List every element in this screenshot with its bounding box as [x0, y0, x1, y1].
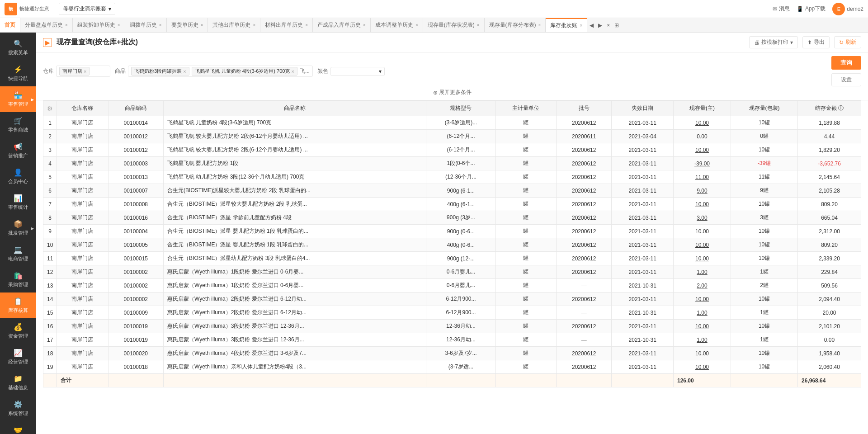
tab-nav-close[interactable]: ×	[604, 22, 612, 28]
tab-fen-pan[interactable]: 分量盘点单历史 ×	[20, 18, 73, 33]
row-batch: 20200612	[556, 360, 612, 374]
row-name: 合生元（BIOSTIME）派星幼儿配方奶粉 3段 乳球蛋白的4...	[164, 252, 426, 265]
row-qty-main[interactable]: 3.00	[673, 211, 731, 225]
row-batch: 20200612	[556, 157, 612, 170]
row-batch: 20200612	[556, 170, 612, 184]
tab-diao-bo[interactable]: 调拨单历史 ×	[125, 18, 167, 33]
col-settings[interactable]: ⚙	[43, 101, 57, 116]
product-filter[interactable]: 飞鹤奶粉3段丙罐握装 × 飞鹤星飞帆 儿童奶粉 4段(3-6岁适用) 700克 …	[128, 66, 313, 77]
row-name: 飞鹤星飞帆 幼儿配方奶粉 3段(12-36个月幼儿适用) 700克	[164, 170, 426, 184]
query-button[interactable]: 查询	[831, 56, 861, 70]
row-unit: 罐	[495, 265, 556, 279]
tag-close-icon[interactable]: ×	[291, 69, 294, 74]
tab-home[interactable]: 首页	[0, 18, 20, 33]
row-name: 飞鹤星飞帆 婴儿配方奶粉 1段	[164, 157, 426, 170]
table-row: 15南岸门店00100009惠氏启蒙（Wyeth illuma）2段奶粉 爱尔兰…	[43, 306, 861, 320]
row-qty-main[interactable]: 0.00	[673, 130, 731, 143]
sidebar-item-marketing[interactable]: 📢 营销推广	[0, 138, 36, 164]
tab-pi-ci[interactable]: 库存批次账 ×	[546, 18, 587, 33]
row-qty-main[interactable]: 2.00	[673, 279, 731, 292]
tab-xian-cun-zhuang[interactable]: 现存量(库存状况表) ×	[423, 18, 485, 33]
close-icon[interactable]: ×	[415, 23, 418, 28]
tab-chan-pin[interactable]: 产成品入库单历史 ×	[313, 18, 371, 33]
refresh-button[interactable]: ↻ 刷新	[834, 36, 861, 48]
close-icon[interactable]: ×	[118, 23, 120, 28]
row-qty-main[interactable]: 10.00	[673, 252, 731, 265]
table-row: 7南岸门店00100008合生元（BIOSTIME）派星较大婴儿配方奶粉 2段 …	[43, 198, 861, 211]
sidebar-item-finance[interactable]: 💰 资金管理	[0, 318, 36, 344]
sidebar-item-retail[interactable]: 🏪 零售管理 ▶	[0, 86, 36, 112]
row-qty-main[interactable]: 10.00	[673, 320, 731, 333]
user-area[interactable]: E demo2	[832, 3, 863, 15]
sidebar-item-purchase[interactable]: 🛍️ 采购管理	[0, 267, 36, 292]
app-download-button[interactable]: 📱 App下载	[797, 5, 826, 13]
row-qty-main[interactable]: 10.00	[673, 238, 731, 252]
tag-close-icon[interactable]: ×	[183, 69, 186, 74]
col-warehouse: 仓库名称	[57, 101, 108, 116]
sidebar-item-inventory[interactable]: 📋 库存核算	[0, 292, 36, 318]
row-qty-main[interactable]: 1.00	[673, 265, 731, 279]
sidebar-item-batch[interactable]: 📦 批发管理 ▶	[0, 215, 36, 241]
close-icon[interactable]: ×	[477, 23, 480, 28]
color-filter[interactable]: ▾	[330, 67, 385, 76]
tab-xian-cun-fen[interactable]: 现存量(库存分布表) ×	[485, 18, 546, 33]
tab-cai-liao[interactable]: 材料出库单历史 ×	[260, 18, 313, 33]
tab-chu-ku[interactable]: 其他出库单历史 ×	[208, 18, 260, 33]
tab-nav-menu[interactable]: ⊞	[612, 22, 621, 28]
tab-cheng-ben[interactable]: 成本调整单历史 ×	[371, 18, 423, 33]
row-qty-main[interactable]: -39.00	[673, 157, 731, 170]
row-warehouse: 南岸门店	[57, 292, 108, 306]
expand-conditions-button[interactable]: ⊕ 展开更多条件	[43, 89, 861, 96]
col-amount: 结存金额 ⓘ	[798, 101, 861, 116]
tab-nav-next[interactable]: ▶	[596, 22, 604, 28]
sidebar-item-retail-stat[interactable]: 📊 零售统计	[0, 189, 36, 215]
row-batch: 20200612	[556, 347, 612, 360]
row-number: 7	[43, 198, 57, 211]
close-icon[interactable]: ×	[363, 23, 366, 28]
close-icon[interactable]: ×	[580, 23, 582, 28]
close-icon[interactable]: ×	[65, 23, 68, 28]
close-icon[interactable]: ×	[538, 23, 541, 28]
messages-button[interactable]: ✉ 消息	[773, 5, 790, 13]
sidebar-item-business[interactable]: 📈 经营管理	[0, 344, 36, 370]
tab-nav-prev[interactable]: ◀	[587, 22, 596, 28]
row-code: 00100002	[108, 292, 164, 306]
sidebar-item-basic[interactable]: 📁 基础信息	[0, 370, 36, 396]
sidebar-item-system[interactable]: ⚙️ 系统管理	[0, 396, 36, 421]
content-area: ▶ 现存量查询(按仓库+批次) 🖨 按模板打印 ▾ ⬆ 导出 ↻ 刷新	[36, 33, 868, 434]
row-qty-main[interactable]: 10.00	[673, 225, 731, 238]
export-button[interactable]: ⬆ 导出	[802, 36, 830, 48]
row-qty-main[interactable]: 1.00	[673, 306, 731, 320]
row-unit: 罐	[495, 130, 556, 143]
tab-zu-chai[interactable]: 组装拆卸单历史 ×	[73, 18, 125, 33]
close-icon[interactable]: ×	[159, 23, 162, 28]
sidebar-item-search[interactable]: 🔍 搜索英单	[0, 35, 36, 61]
row-qty-main[interactable]: 10.00	[673, 116, 731, 130]
tab-yao-huo[interactable]: 要货单历史 ×	[167, 18, 208, 33]
sidebar-item-nav[interactable]: ⚡ 快捷导航	[0, 61, 36, 86]
row-qty-main[interactable]: 10.00	[673, 143, 731, 157]
row-qty-main[interactable]: 1.00	[673, 333, 731, 347]
row-qty-main[interactable]: 10.00	[673, 360, 731, 374]
setting-button[interactable]: 设置	[831, 73, 861, 86]
row-qty-main[interactable]: 10.00	[673, 292, 731, 306]
expand-button[interactable]: ▶	[43, 38, 52, 47]
row-qty-main[interactable]: 9.00	[673, 184, 731, 198]
sidebar-item-enterprise[interactable]: 🤝 企业协同	[0, 421, 36, 434]
sidebar-item-ecom[interactable]: 💻 电商管理	[0, 241, 36, 267]
row-qty-main[interactable]: 10.00	[673, 347, 731, 360]
industry-selector[interactable]: 母婴行业演示账套 ▾	[59, 3, 115, 15]
row-qty-main[interactable]: 11.00	[673, 170, 731, 184]
row-qty-main[interactable]: 10.00	[673, 198, 731, 211]
settings-icon[interactable]: ⚙	[47, 105, 53, 112]
close-icon[interactable]: ×	[253, 23, 255, 28]
close-icon[interactable]: ×	[201, 23, 203, 28]
warehouse-filter[interactable]: 南岸门店 ×	[56, 66, 110, 77]
tag-close-icon[interactable]: ×	[84, 69, 86, 74]
row-batch: —	[556, 279, 612, 292]
sidebar-item-member[interactable]: 👤 会员中心	[0, 164, 36, 189]
close-icon[interactable]: ×	[305, 23, 308, 28]
marketing-icon: 📢	[14, 142, 23, 151]
sidebar-item-retail-shop[interactable]: 🛒 零售商城	[0, 112, 36, 138]
print-button[interactable]: 🖨 按模板打印 ▾	[749, 36, 798, 48]
